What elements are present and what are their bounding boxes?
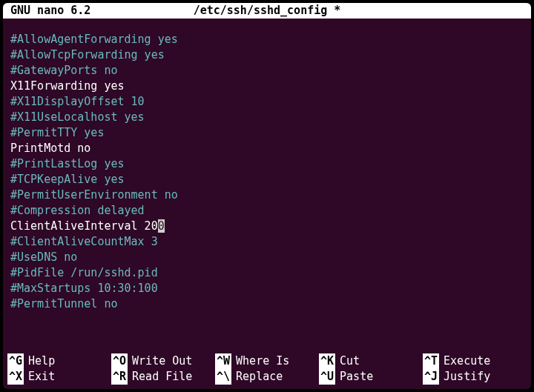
editor-line[interactable]: #MaxStartups 10:30:100	[10, 281, 524, 296]
editor-line[interactable]: #PrintLastLog yes	[10, 156, 524, 172]
shortcut-label: Replace	[236, 369, 283, 385]
shortcut-key: ^K	[319, 353, 335, 369]
help-shortcut[interactable]: ^RRead File	[111, 369, 215, 385]
shortcut-label: Read File	[132, 369, 192, 385]
help-shortcut[interactable]: ^OWrite Out	[111, 353, 215, 369]
help-shortcut[interactable]: ^JJustify	[423, 369, 527, 385]
shortcut-label: Execute	[444, 353, 490, 369]
help-shortcut[interactable]: ^TExecute	[423, 353, 527, 369]
shortcut-label: Write Out	[132, 353, 192, 369]
terminal-window: GNU nano 6.2 /etc/ssh/sshd_config * #All…	[3, 3, 531, 389]
editor-line[interactable]: #PermitTTY yes	[10, 125, 524, 141]
editor-line[interactable]: #UseDNS no	[10, 250, 524, 265]
help-shortcut[interactable]: ^UPaste	[319, 369, 423, 385]
help-row: ^XExit^RRead File^\Replace^UPaste^JJusti…	[7, 369, 527, 385]
editor-line[interactable]: #PermitUserEnvironment no	[10, 187, 524, 203]
help-shortcut[interactable]: ^\Replace	[215, 369, 319, 385]
shortcut-key: ^T	[423, 353, 439, 369]
editor-content[interactable]: #AllowAgentForwarding yes#AllowTcpForwar…	[3, 19, 531, 312]
text-cursor: 0	[158, 219, 165, 233]
editor-line[interactable]: #AllowTcpForwarding yes	[10, 47, 524, 63]
shortcut-label: Paste	[340, 369, 373, 385]
shortcut-key: ^U	[319, 369, 335, 385]
editor-line[interactable]: #PermitTunnel no	[10, 296, 524, 312]
editor-line[interactable]: PrintMotd no	[10, 141, 524, 156]
shortcut-label: Justify	[444, 369, 490, 385]
nano-help-bar: ^GHelp^OWrite Out^WWhere Is^KCut^TExecut…	[3, 353, 531, 389]
help-shortcut[interactable]: ^KCut	[319, 353, 423, 369]
shortcut-label: Help	[28, 353, 55, 369]
editor-line[interactable]: #X11UseLocalhost yes	[10, 110, 524, 125]
editor-line[interactable]: #PidFile /run/sshd.pid	[10, 265, 524, 281]
shortcut-key: ^X	[7, 369, 24, 385]
shortcut-key: ^G	[7, 353, 24, 369]
help-shortcut[interactable]: ^GHelp	[7, 353, 111, 369]
help-shortcut[interactable]: ^WWhere Is	[215, 353, 319, 369]
shortcut-key: ^R	[111, 369, 128, 385]
shortcut-key: ^O	[111, 353, 128, 369]
app-name: GNU nano 6.2	[10, 3, 95, 19]
editor-line[interactable]: #X11DisplayOffset 10	[10, 94, 524, 110]
editor-line[interactable]: #Compression delayed	[10, 203, 524, 219]
shortcut-key: ^W	[215, 353, 231, 369]
editor-line[interactable]: #AllowAgentForwarding yes	[10, 32, 524, 47]
help-shortcut[interactable]: ^XExit	[7, 369, 111, 385]
editor-line[interactable]: #ClientAliveCountMax 3	[10, 234, 524, 250]
editor-line[interactable]: #TCPKeepAlive yes	[10, 172, 524, 187]
shortcut-key: ^\	[215, 369, 231, 385]
shortcut-label: Where Is	[236, 353, 289, 369]
help-row: ^GHelp^OWrite Out^WWhere Is^KCut^TExecut…	[7, 353, 527, 369]
editor-line[interactable]: X11Forwarding yes	[10, 79, 524, 94]
editor-line[interactable]: ClientAliveInterval 200	[10, 219, 524, 234]
nano-titlebar: GNU nano 6.2 /etc/ssh/sshd_config *	[3, 3, 531, 19]
shortcut-label: Cut	[340, 353, 360, 369]
shortcut-label: Exit	[28, 369, 55, 385]
shortcut-key: ^J	[423, 369, 439, 385]
editor-line[interactable]: #GatewayPorts no	[10, 63, 524, 79]
